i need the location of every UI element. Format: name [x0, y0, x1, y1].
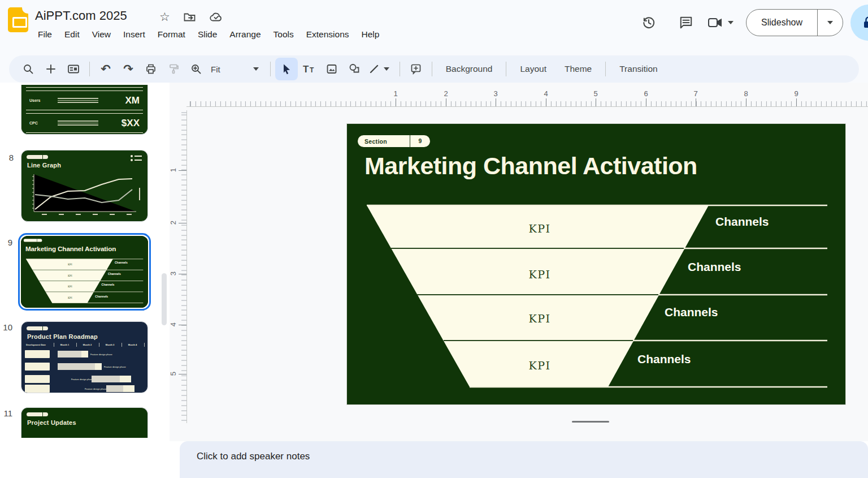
- filmstrip-panel: XX% Users XM CPC $XX 8 Line Graph: [0, 83, 170, 441]
- comments-icon[interactable]: [672, 9, 700, 36]
- s7-row2-textlines: [58, 97, 98, 104]
- section-badge-number: 9: [410, 135, 430, 147]
- share-button[interactable]: [850, 5, 868, 41]
- funnel-kpi-1[interactable]: KPI: [529, 222, 551, 235]
- menu-format[interactable]: Format: [151, 27, 192, 42]
- slide-11-number: 11: [0, 408, 12, 418]
- transition-button[interactable]: Transition: [610, 64, 666, 74]
- menu-arrange[interactable]: Arrange: [223, 27, 267, 42]
- hruler-num: 7: [693, 89, 697, 98]
- s7-row3-textlines: [58, 119, 98, 127]
- speaker-notes-placeholder: Click to add speaker notes: [197, 451, 310, 462]
- lock-icon: [863, 16, 868, 29]
- star-icon[interactable]: ☆: [159, 10, 170, 24]
- new-slide-icon[interactable]: [40, 58, 62, 80]
- s10-header-row: Development Date Month 1 Month 2 Month 3…: [25, 343, 145, 347]
- undo-icon[interactable]: ↶: [94, 58, 117, 80]
- slide-8-thumbnail[interactable]: Line Graph: [21, 150, 148, 222]
- search-menus-icon[interactable]: [17, 58, 40, 80]
- slide-title[interactable]: Marketing Channel Activation: [364, 152, 697, 180]
- zoom-fit-select[interactable]: Fit: [207, 64, 266, 74]
- svg-text:Marketing Channel Activation: Marketing Channel Activation: [25, 245, 116, 252]
- hruler-num: 1: [393, 89, 397, 98]
- menu-edit[interactable]: Edit: [58, 27, 86, 42]
- s11-title: Project Updates: [27, 419, 76, 426]
- svg-text:Channels: Channels: [95, 295, 108, 298]
- section-badge-label: Section: [358, 138, 410, 145]
- hruler-num: 6: [644, 89, 648, 98]
- s10-task-1: [25, 350, 50, 358]
- funnel-channel-4[interactable]: Channels: [637, 352, 691, 365]
- menu-insert[interactable]: Insert: [117, 27, 151, 42]
- menu-help[interactable]: Help: [355, 27, 386, 42]
- funnel-kpi-2[interactable]: KPI: [529, 268, 551, 281]
- slide-9-thumbnail[interactable]: Marketing Channel Activation KPI KPI KPI…: [21, 236, 148, 308]
- insert-comment-icon[interactable]: [405, 58, 427, 80]
- document-title[interactable]: AiPPT.com 2025: [35, 8, 127, 23]
- menu-file[interactable]: File: [32, 27, 58, 42]
- editor-canvas: 1 2 3 4 5 6 7 8 9 1 2 3 4 5: [170, 83, 868, 441]
- funnel-channel-1[interactable]: Channels: [715, 215, 769, 228]
- slide-editing-area[interactable]: KPI KPI KPI KPI Channels Channels Channe…: [346, 123, 846, 405]
- slide-10-thumbnail[interactable]: Product Plan Roadmap Development Date Mo…: [21, 321, 148, 393]
- hruler-num: 2: [444, 89, 448, 98]
- cloud-saved-icon[interactable]: [210, 12, 223, 22]
- speaker-notes-strip: Click to add speaker notes: [0, 441, 868, 478]
- filmstrip-scrollbar[interactable]: [162, 273, 167, 325]
- paint-format-icon[interactable]: [162, 58, 185, 80]
- vruler-num: 3: [169, 268, 177, 279]
- svg-text:T: T: [303, 64, 309, 75]
- layout-button[interactable]: Layout: [511, 64, 555, 74]
- s11-section-badge: [27, 412, 48, 416]
- slide-10-number: 10: [0, 322, 12, 332]
- hruler-num: 8: [744, 89, 748, 98]
- s10-task-2: [25, 363, 50, 371]
- theme-button[interactable]: Theme: [555, 64, 601, 74]
- slides-logo[interactable]: [8, 7, 28, 32]
- notes-resize-handle[interactable]: [572, 421, 609, 423]
- slide-11-thumbnail[interactable]: Project Updates: [21, 407, 148, 438]
- funnel-kpi-3[interactable]: KPI: [529, 312, 551, 325]
- zoom-icon[interactable]: [185, 58, 207, 80]
- move-folder-icon[interactable]: [184, 12, 196, 22]
- svg-text:KPI: KPI: [68, 296, 72, 299]
- insert-line-icon[interactable]: [366, 58, 383, 80]
- select-tool-icon[interactable]: [275, 58, 298, 80]
- slideshow-options-caret[interactable]: [818, 10, 843, 36]
- s8-title: Line Graph: [27, 162, 61, 169]
- s8-legend: [131, 155, 142, 161]
- svg-text:Channels: Channels: [115, 261, 128, 265]
- menu-view[interactable]: View: [86, 27, 117, 42]
- slide-8-number: 8: [0, 153, 14, 162]
- s10-task-4: [25, 385, 50, 393]
- slideshow-button[interactable]: Slideshow: [746, 9, 843, 36]
- text-box-icon[interactable]: T T: [298, 58, 320, 80]
- funnel-kpi-4[interactable]: KPI: [529, 359, 551, 372]
- speaker-notes-box[interactable]: Click to add speaker notes: [180, 441, 868, 478]
- redo-icon[interactable]: ↷: [117, 58, 140, 80]
- version-history-icon[interactable]: [635, 9, 662, 36]
- background-button[interactable]: Background: [437, 64, 502, 74]
- menu-tools[interactable]: Tools: [267, 27, 300, 42]
- fit-caret-icon: [253, 67, 259, 71]
- print-icon[interactable]: [140, 58, 162, 80]
- svg-text:T: T: [310, 66, 314, 74]
- funnel-channel-2[interactable]: Channels: [688, 260, 741, 273]
- insert-shape-icon[interactable]: [343, 58, 366, 80]
- menu-slide[interactable]: Slide: [192, 27, 223, 42]
- camera-caret-icon[interactable]: [728, 21, 734, 24]
- menu-extensions[interactable]: Extensions: [300, 27, 355, 42]
- templates-icon[interactable]: [62, 58, 85, 80]
- slide-9-number: 9: [0, 238, 12, 247]
- section-badge[interactable]: Section 9: [358, 135, 430, 147]
- slide-7-thumbnail[interactable]: XX% Users XM CPC $XX: [21, 85, 148, 135]
- vruler-num: 4: [169, 319, 177, 330]
- app-header: AiPPT.com 2025 ☆ File Edit View Insert F…: [0, 0, 868, 54]
- line-caret-icon[interactable]: [384, 67, 389, 71]
- s9-mini-slide: Marketing Channel Activation KPI KPI KPI…: [21, 236, 148, 308]
- s8-section-badge: [27, 155, 48, 159]
- meet-camera-control[interactable]: [708, 16, 734, 29]
- slideshow-label[interactable]: Slideshow: [747, 10, 818, 36]
- insert-image-icon[interactable]: [320, 58, 343, 80]
- funnel-channel-3[interactable]: Channels: [665, 305, 718, 318]
